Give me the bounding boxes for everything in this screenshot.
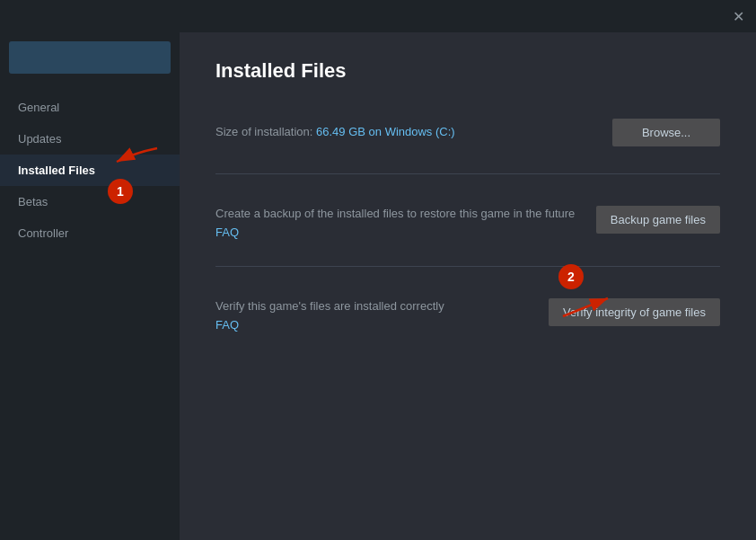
title-bar: ✕ [0,0,756,32]
main-content: Installed Files Size of installation: 66… [180,32,756,540]
sidebar-item-updates[interactable]: Updates [0,123,180,155]
game-title-banner [9,41,171,74]
backup-section: Create a backup of the installed files t… [215,201,720,239]
backup-button[interactable]: Backup game files [596,206,720,234]
backup-info: Create a backup of the installed files t… [215,206,596,239]
installation-size-text: Size of installation: 66.49 GB on Window… [215,124,612,140]
verify-info: Verify this game's files are installed c… [215,298,549,332]
browse-button[interactable]: Browse... [612,119,720,146]
installation-size-section: Size of installation: 66.49 GB on Window… [215,119,720,146]
page-title: Installed Files [215,59,720,83]
sidebar-item-general[interactable]: General [0,92,180,123]
divider-1 [215,173,720,174]
verify-faq-link[interactable]: FAQ [215,318,549,332]
sidebar-item-controller[interactable]: Controller [0,217,180,249]
sidebar: General Updates Installed Files Betas Co… [0,32,180,540]
verify-section: Verify this game's files are installed c… [215,294,720,332]
installation-size-info: Size of installation: 66.49 GB on Window… [215,124,612,140]
close-button[interactable]: ✕ [729,7,747,25]
backup-faq-link[interactable]: FAQ [215,226,596,239]
verify-integrity-button[interactable]: Verify integrity of game files [549,298,720,326]
content-area: General Updates Installed Files Betas Co… [0,32,756,540]
sidebar-item-betas[interactable]: Betas [0,186,180,217]
divider-2 [215,266,720,267]
main-window: ✕ General Updates Installed Files Betas … [0,0,756,540]
sidebar-item-installed-files[interactable]: Installed Files [0,155,180,186]
verify-description: Verify this game's files are installed c… [215,298,549,314]
backup-description: Create a backup of the installed files t… [215,206,596,222]
